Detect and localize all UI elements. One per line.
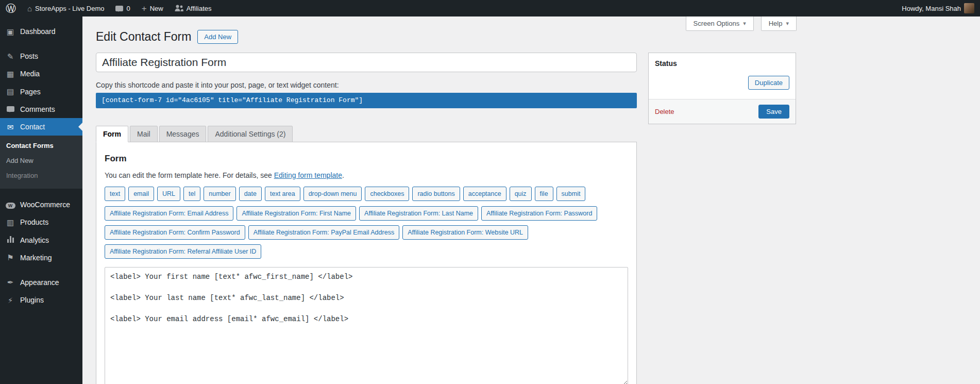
- sidebar-item-label: Media: [20, 69, 40, 78]
- affiliates-label: Affiliates: [187, 5, 212, 12]
- submenu-item-contact-forms[interactable]: Contact Forms: [0, 138, 82, 153]
- media-icon: ▦: [5, 70, 15, 78]
- tag-generator-button[interactable]: radio buttons: [412, 187, 460, 201]
- wordpress-logo-icon: Ⓦ: [6, 3, 16, 13]
- wp-logo-menu[interactable]: Ⓦ: [0, 0, 22, 16]
- add-new-button[interactable]: Add New: [197, 30, 238, 44]
- tag-generator-button[interactable]: number: [204, 187, 235, 201]
- custom-tag-button[interactable]: Affiliate Registration Form: PayPal Emai…: [248, 225, 400, 240]
- form-panel-heading: Form: [105, 154, 628, 164]
- custom-tag-button[interactable]: Affiliate Registration Form: Password: [481, 206, 597, 221]
- sidebar-item-products[interactable]: ▥ Products: [0, 213, 82, 231]
- custom-tag-button[interactable]: Affiliate Registration Form: Last Name: [359, 206, 478, 221]
- tab-messages[interactable]: Messages: [159, 126, 207, 142]
- tag-generator-button[interactable]: checkboxes: [365, 187, 409, 201]
- screen-options-button[interactable]: Screen Options ▾: [686, 16, 754, 31]
- form-tab-panel: Form You can edit the form template here…: [96, 142, 637, 384]
- sidebar-item-marketing[interactable]: ⚑ Marketing: [0, 249, 82, 266]
- sidebar-item-posts[interactable]: ✎ Posts: [0, 47, 82, 65]
- editor-tabs: Form Mail Messages Additional Settings (…: [96, 126, 637, 142]
- tag-generator-button[interactable]: date: [239, 187, 262, 201]
- sidebar-item-dashboard[interactable]: ▣ Dashboard: [0, 23, 82, 40]
- affiliates-link[interactable]: Affiliates: [169, 0, 217, 16]
- tag-generator-button[interactable]: submit: [556, 187, 586, 201]
- form-title-input[interactable]: [96, 53, 637, 72]
- site-name-label: StoreApps - Live Demo: [35, 5, 104, 12]
- chevron-down-icon: ▾: [786, 21, 789, 26]
- sidebar-item-woocommerce[interactable]: W WooCommerce: [0, 196, 82, 213]
- chevron-down-icon: ▾: [743, 21, 746, 26]
- sidebar-item-analytics[interactable]: Analytics: [0, 231, 82, 249]
- sidebar-item-label: Plugins: [20, 295, 44, 305]
- save-button[interactable]: Save: [758, 105, 789, 119]
- site-name-link[interactable]: ⌂ StoreApps - Live Demo: [22, 0, 110, 16]
- menu-separator: [0, 189, 82, 196]
- woocommerce-icon: W: [5, 201, 15, 209]
- tag-generator-button[interactable]: URL: [157, 187, 180, 201]
- user-avatar: [964, 3, 974, 13]
- tag-generator-button[interactable]: tel: [183, 187, 200, 201]
- contact-envelope-icon: ✉: [5, 123, 15, 131]
- sidebar-item-label: Products: [20, 218, 48, 227]
- delete-link[interactable]: Delete: [655, 108, 674, 115]
- form-template-editor[interactable]: <label> Your first name [text* afwc_firs…: [105, 267, 628, 384]
- help-button[interactable]: Help ▾: [761, 16, 797, 31]
- custom-tag-button[interactable]: Affiliate Registration Form: Email Addre…: [105, 206, 233, 221]
- screen-options-label: Screen Options: [694, 20, 740, 27]
- sidebar-item-pages[interactable]: ▤ Pages: [0, 83, 82, 101]
- custom-tag-button[interactable]: Affiliate Registration Form: Website URL: [402, 225, 528, 240]
- pages-icon: ▤: [5, 88, 15, 95]
- tag-generator-button[interactable]: quiz: [510, 187, 532, 201]
- sidebar-item-contact[interactable]: ✉ Contact: [0, 118, 82, 136]
- products-icon: ▥: [5, 219, 15, 226]
- tab-form[interactable]: Form: [96, 126, 128, 142]
- editor-hint: You can edit the form template here. For…: [105, 171, 628, 179]
- tag-generator-button[interactable]: file: [535, 187, 553, 201]
- standard-tag-buttons: textemailURLtelnumberdatetext areadrop-d…: [105, 187, 628, 201]
- tag-generator-button[interactable]: text area: [265, 187, 300, 201]
- sidebar-item-comments[interactable]: Comments: [0, 101, 82, 118]
- new-content-link[interactable]: + New: [136, 0, 169, 16]
- tag-generator-button[interactable]: text: [105, 187, 125, 201]
- sidebar-item-appearance[interactable]: ✒ Appearance: [0, 274, 82, 291]
- howdy-text: Howdy, Mansi Shah: [902, 5, 961, 12]
- content-area: Screen Options ▾ Help ▾ Edit Contact For…: [82, 16, 980, 384]
- tab-additional-settings[interactable]: Additional Settings (2): [208, 126, 293, 142]
- tag-generator-button[interactable]: email: [128, 187, 154, 201]
- comments-bubble-icon: [115, 6, 123, 11]
- tag-generator-button[interactable]: drop-down menu: [303, 187, 362, 201]
- plugins-icon: ⚡: [5, 296, 15, 304]
- contact-submenu: Contact Forms Add New Integration: [0, 136, 82, 189]
- custom-tag-button[interactable]: Affiliate Registration Form: First Name: [236, 206, 356, 221]
- home-icon: ⌂: [27, 5, 32, 12]
- comments-icon: [5, 105, 15, 113]
- sidebar-item-plugins[interactable]: ⚡ Plugins: [0, 291, 82, 309]
- sidebar-item-media[interactable]: ▦ Media: [0, 65, 82, 82]
- custom-tag-button[interactable]: Affiliate Registration Form: Confirm Pas…: [105, 225, 245, 240]
- shortcode-hint-text: Copy this shortcode and paste it into yo…: [96, 81, 637, 89]
- sidebar-item-label: Contact: [20, 122, 45, 131]
- custom-tag-button[interactable]: Affiliate Registration Form: Referral Af…: [105, 244, 261, 259]
- sidebar-item-label: Appearance: [20, 278, 59, 287]
- tag-generator-button[interactable]: acceptance: [463, 187, 506, 201]
- main-column: Copy this shortcode and paste it into yo…: [96, 53, 637, 384]
- submenu-item-add-new[interactable]: Add New: [0, 153, 82, 168]
- page-title: Edit Contact Form: [96, 29, 191, 45]
- editing-form-template-link[interactable]: Editing form template: [274, 171, 342, 179]
- duplicate-button[interactable]: Duplicate: [748, 76, 789, 90]
- shortcode-field[interactable]: [96, 93, 637, 108]
- admin-bar: Ⓦ ⌂ StoreApps - Live Demo 0 + New Affili…: [0, 0, 980, 16]
- admin-bar-left: Ⓦ ⌂ StoreApps - Live Demo 0 + New Affili…: [0, 0, 217, 16]
- comments-link[interactable]: 0: [110, 0, 136, 16]
- account-menu[interactable]: Howdy, Mansi Shah: [896, 0, 980, 16]
- analytics-chart-icon: [5, 236, 15, 244]
- tab-mail[interactable]: Mail: [130, 126, 158, 142]
- screen-meta-links: Screen Options ▾ Help ▾: [686, 16, 797, 31]
- sidebar-item-label: WooCommerce: [20, 200, 70, 209]
- admin-sidebar: ▣ Dashboard ✎ Posts ▦ Media ▤ Pages Comm…: [0, 16, 82, 384]
- appearance-icon: ✒: [5, 278, 15, 286]
- hint-text: You can edit the form template here. For…: [105, 171, 274, 179]
- posts-icon: ✎: [5, 53, 15, 60]
- submenu-item-integration[interactable]: Integration: [0, 168, 82, 183]
- new-label: New: [150, 5, 163, 12]
